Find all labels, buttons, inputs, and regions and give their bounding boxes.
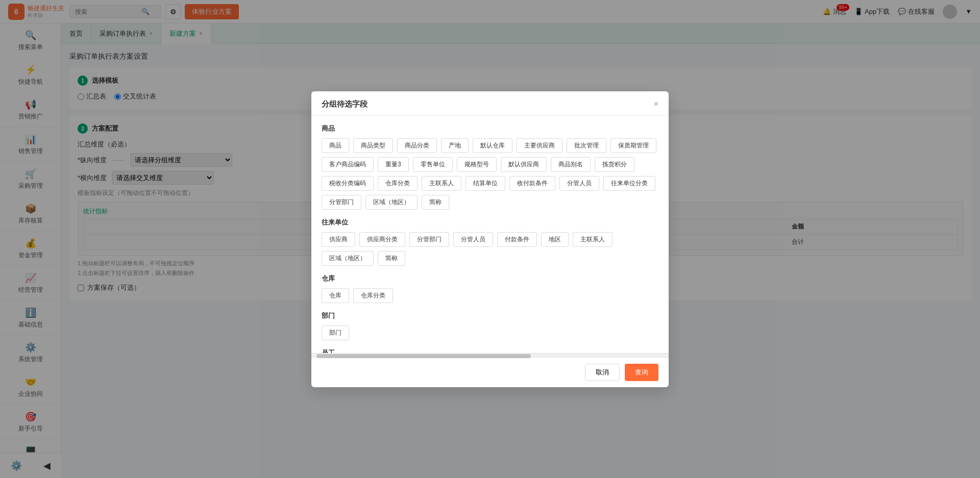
field-tag-0-13[interactable]: 商品别名	[551, 157, 591, 172]
field-tag-0-18[interactable]: 结算单位	[465, 176, 505, 191]
field-tag-0-23[interactable]: 区域（地区）	[365, 195, 418, 210]
field-tag-0-19[interactable]: 收付款条件	[509, 176, 555, 191]
field-section-0: 商品商品商品类型商品分类产地默认仓库主要供应商批次管理保质期管理客户商品编码重量…	[322, 124, 658, 210]
field-tag-0-9[interactable]: 重量3	[378, 157, 409, 172]
modal-scroll-thumb[interactable]	[316, 354, 531, 358]
field-tag-0-6[interactable]: 批次管理	[567, 138, 606, 153]
field-tag-1-0[interactable]: 供应商	[322, 232, 355, 247]
field-tags-1: 供应商供应商分类分管部门分管人员付款条件地区主联系人区域（地区）简称	[322, 232, 658, 266]
field-tag-0-7[interactable]: 保质期管理	[610, 138, 656, 153]
field-tag-0-0[interactable]: 商品	[322, 138, 349, 153]
field-tags-0: 商品商品类型商品分类产地默认仓库主要供应商批次管理保质期管理客户商品编码重量3零…	[322, 138, 658, 210]
field-tag-0-10[interactable]: 零售单位	[413, 157, 453, 172]
field-section-2: 仓库仓库仓库分类	[322, 274, 658, 303]
field-section-title-2: 仓库	[322, 274, 658, 283]
field-tag-0-3[interactable]: 产地	[441, 138, 469, 153]
field-tag-0-15[interactable]: 税收分类编码	[322, 176, 374, 191]
field-tag-1-7[interactable]: 区域（地区）	[322, 251, 374, 266]
modal-body: 商品商品商品类型商品分类产地默认仓库主要供应商批次管理保质期管理客户商品编码重量…	[311, 116, 669, 354]
field-tag-1-8[interactable]: 简称	[378, 251, 405, 266]
field-tag-2-0[interactable]: 仓库	[322, 288, 349, 303]
modal-footer: 取消 查询	[311, 357, 669, 387]
field-section-title-3: 部门	[322, 311, 658, 320]
field-section-1: 往来单位供应商供应商分类分管部门分管人员付款条件地区主联系人区域（地区）简称	[322, 218, 658, 266]
field-tag-1-5[interactable]: 地区	[541, 232, 569, 247]
field-section-4: 员工业务员	[322, 348, 658, 354]
field-tag-0-17[interactable]: 主联系人	[422, 176, 461, 191]
field-section-3: 部门部门	[322, 311, 658, 340]
modal-title: 分组待选字段	[322, 99, 368, 109]
field-tags-2: 仓库仓库分类	[322, 288, 658, 303]
field-tag-0-2[interactable]: 商品分类	[397, 138, 437, 153]
field-tag-1-1[interactable]: 供应商分类	[359, 232, 405, 247]
field-section-title-1: 往来单位	[322, 218, 658, 227]
field-tag-2-1[interactable]: 仓库分类	[353, 288, 393, 303]
field-tag-1-2[interactable]: 分管部门	[409, 232, 449, 247]
field-tag-1-4[interactable]: 付款条件	[497, 232, 537, 247]
field-tag-0-11[interactable]: 规格型号	[457, 157, 497, 172]
field-tag-0-1[interactable]: 商品类型	[353, 138, 393, 153]
field-tag-0-8[interactable]: 客户商品编码	[322, 157, 374, 172]
field-tag-1-6[interactable]: 主联系人	[573, 232, 612, 247]
field-section-title-0: 商品	[322, 124, 658, 133]
field-tag-0-24[interactable]: 简称	[422, 195, 449, 210]
field-tag-0-16[interactable]: 仓库分类	[378, 176, 418, 191]
field-tag-0-4[interactable]: 默认仓库	[473, 138, 512, 153]
modal-header: 分组待选字段 ×	[311, 91, 669, 116]
field-tag-0-22[interactable]: 分管部门	[322, 195, 361, 210]
modal-cancel-button[interactable]: 取消	[585, 364, 620, 381]
modal-close-button[interactable]: ×	[654, 100, 658, 108]
field-tag-0-12[interactable]: 默认供应商	[501, 157, 547, 172]
field-tag-0-5[interactable]: 主要供应商	[517, 138, 562, 153]
field-tag-0-20[interactable]: 分管人员	[559, 176, 599, 191]
modal-scrollbar[interactable]	[311, 353, 669, 357]
field-tag-0-21[interactable]: 往来单位分类	[603, 176, 655, 191]
modal-overlay: 分组待选字段 × 商品商品商品类型商品分类产地默认仓库主要供应商批次管理保质期管…	[0, 0, 980, 478]
field-section-title-4: 员工	[322, 348, 658, 354]
field-tags-3: 部门	[322, 325, 658, 340]
field-tag-3-0[interactable]: 部门	[322, 325, 349, 340]
modal-dialog: 分组待选字段 × 商品商品商品类型商品分类产地默认仓库主要供应商批次管理保质期管…	[311, 91, 669, 387]
field-tag-1-3[interactable]: 分管人员	[453, 232, 493, 247]
field-tag-0-14[interactable]: 拣货积分	[595, 157, 634, 172]
modal-confirm-button[interactable]: 查询	[625, 364, 658, 381]
